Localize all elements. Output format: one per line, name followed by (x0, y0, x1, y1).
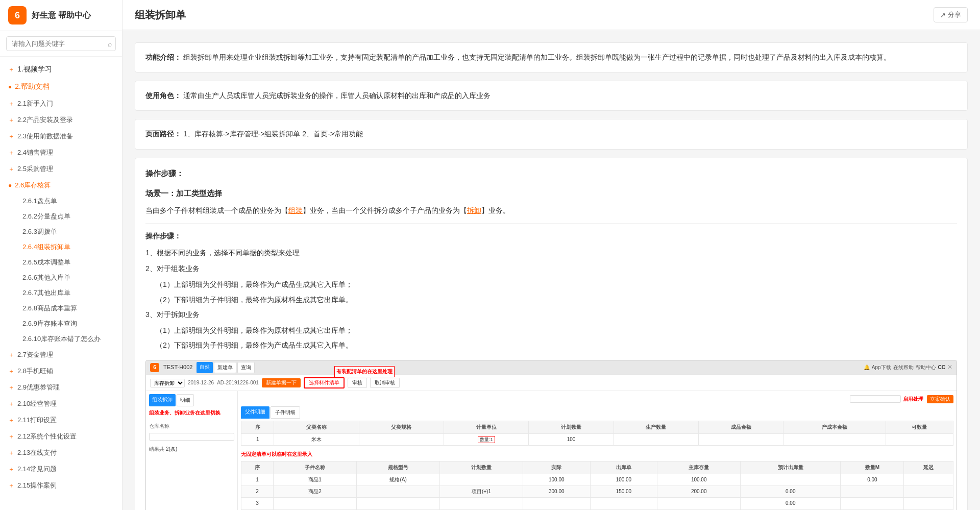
ss-confirm-btn[interactable]: 立案确认 (927, 395, 953, 403)
sidebar-item-assembly[interactable]: 2.6.4组装拆卸单 (0, 239, 122, 255)
td-parent-name: 米木 (274, 434, 359, 446)
intro-box: 功能介绍： 组装拆卸单用来处理企业组装或拆卸等加工业务，支持有固定装配清单的产品… (135, 42, 968, 72)
th-parent-name: 父类名称 (274, 421, 359, 434)
ss-tab-child[interactable]: 子件明细 (271, 406, 300, 419)
ss-bell-icon: 🔔 (864, 363, 870, 372)
sidebar-nav: ＋ 1.视频学习 ● 2.帮助文档 ＋ 2.1新手入门 ＋ 2.2产品安装及登录 (0, 57, 122, 510)
th-c-name: 子件名称 (274, 462, 357, 474)
sidebar-item-stock-error[interactable]: 2.6.10库存账本错了怎么办 (0, 331, 122, 347)
td-cell-8 (841, 486, 904, 498)
intro-label: 功能介绍： (145, 53, 181, 61)
step3-sub2: （2）下部明细为子件明细，最终作为产成品生成其它入库单。 (145, 339, 957, 352)
td-cell-1: 商品2 (274, 486, 357, 498)
search-input[interactable] (6, 36, 116, 51)
ss-nav-tabs: 自然 新建单 查询 (197, 362, 255, 373)
sidebar-sub-help: ＋ 2.1新手入门 ＋ 2.2产品安装及登录 ＋ 2.3使用前数据准备 ＋ 2.… (0, 95, 122, 494)
annotation-bom: 有装配清单的在这里处理 (334, 366, 395, 377)
td-cell-4: 100.00 (523, 474, 590, 486)
td-cell-2: 规格(A) (357, 474, 440, 486)
share-button[interactable]: ↗ 分享 (934, 7, 968, 22)
sidebar-item-print[interactable]: ＋ 2.11打印设置 (0, 412, 122, 428)
th-c-seq: 序 (241, 462, 274, 474)
plus-icon: ＋ (8, 100, 14, 108)
sidebar-item-coupon[interactable]: ＋ 2.9优惠券管理 (0, 379, 122, 396)
step2-sub1: （1）上部明细为父件明细，最终作为产成品生成其它入库单； (145, 278, 957, 291)
sidebar-item-finance[interactable]: ＋ 2.7资金管理 (0, 347, 122, 363)
sidebar-sub-inventory: 2.6.1盘点单 2.6.2分量盘点单 2.6.3调拨单 2.6.4组装拆卸单 … (0, 193, 122, 347)
sidebar-item-transfer[interactable]: 2.6.3调拨单 (0, 224, 122, 239)
ss-enabled-input[interactable] (850, 395, 901, 403)
page-title: 组装拆卸单 (135, 8, 186, 22)
plus-icon: ＋ (8, 432, 14, 441)
sidebar-item-sales[interactable]: ＋ 2.4销售管理 (0, 144, 122, 161)
content-area: 功能介绍： 组装拆卸单用来处理企业组装或拆卸等加工业务，支持有固定装配清单的产品… (122, 30, 980, 510)
ss-type-switch-wrap: 组装拆卸 明细 组装业务、拆卸业务在这里切换 (149, 394, 234, 418)
td-cell-3: 项目(+)1 (440, 486, 523, 498)
ss-tab-home[interactable]: 自然 (197, 362, 213, 373)
td-cost-amt (783, 434, 886, 446)
table-row: 1商品1规格(A)100.00100.00100.000.00 (241, 474, 953, 486)
td-cell-6: 100.00 (657, 474, 741, 486)
sidebar-item-ops[interactable]: ＋ 2.10经营管理 (0, 396, 122, 412)
sidebar-item-install[interactable]: ＋ 2.2产品安装及登录 (0, 112, 122, 128)
sidebar-item-purchase[interactable]: ＋ 2.5采购管理 (0, 161, 122, 177)
td-cell-9 (904, 474, 953, 486)
ss-cancel-btn[interactable]: 取消审核 (370, 378, 400, 388)
ss-doc-type-select[interactable]: 库存拆卸 (150, 379, 185, 387)
ss-close-icon[interactable]: ✕ (947, 362, 952, 373)
sidebar-item-other-out[interactable]: 2.6.7其他出库单 (0, 285, 122, 301)
sidebar-item-cases[interactable]: ＋ 2.15操作案例 (0, 477, 122, 494)
th-c-expect-out: 预计出库量 (741, 462, 841, 474)
td-cell-1: 商品1 (274, 474, 357, 486)
annotation-type-switch: 组装业务、拆卸业务在这里切换 (149, 408, 234, 418)
sidebar-item-stocktake[interactable]: 2.6.1盘点单 (0, 193, 122, 209)
td-cell-0: 1 (241, 474, 274, 486)
th-unit: 计量单位 (444, 421, 529, 434)
sidebar-item-inventory[interactable]: ● 2.6库存核算 (0, 177, 122, 193)
assemble-link[interactable]: 组装 (288, 206, 303, 214)
share-icon: ↗ (940, 11, 946, 19)
ss-warehouse-input[interactable] (149, 433, 234, 441)
plus-icon: ＋ (8, 116, 14, 125)
th-avail-qty: 可数量 (886, 421, 953, 434)
sidebar-item-new-user[interactable]: ＋ 2.1新手入门 (0, 95, 122, 112)
ss-assemble-tab[interactable]: 组装拆卸 (149, 394, 176, 406)
td-cell-6 (657, 498, 741, 509)
plus-icon: ＋ (8, 481, 14, 490)
sidebar-item-partial-stocktake[interactable]: 2.6.2分量盘点单 (0, 209, 122, 224)
sidebar-item-cost-recalc[interactable]: 2.6.8商品成本重算 (0, 301, 122, 316)
sidebar-item-data-prep[interactable]: ＋ 2.3使用前数据准备 (0, 128, 122, 144)
td-cell-2 (357, 486, 440, 498)
ss-bom-btn[interactable]: 选择料件清单 (304, 377, 345, 388)
td-plan-qty: 100 (529, 434, 614, 446)
sidebar-item-payment[interactable]: ＋ 2.13在线支付 (0, 445, 122, 461)
plus-icon: ＋ (8, 449, 14, 457)
sidebar-item-video[interactable]: ＋ 1.视频学习 (0, 61, 122, 78)
table-row: 1 米木 数量:1 100 (241, 434, 953, 446)
sidebar-item-mobile[interactable]: ＋ 2.8手机旺铺 (0, 363, 122, 379)
ss-tab-new[interactable]: 新建单 (214, 362, 236, 373)
plus-icon: ＋ (8, 65, 14, 74)
disassemble-link[interactable]: 拆卸 (467, 206, 481, 214)
ss-left-panel: 组装拆卸 明细 组装业务、拆卸业务在这里切换 仓库名称 结果共 2(条) (146, 391, 238, 510)
ss-detail-tab[interactable]: 明细 (177, 394, 194, 406)
sidebar-item-cost-adjust[interactable]: 2.6.5成本调整单 (0, 255, 122, 270)
ss-approve-btn[interactable]: 审核 (348, 378, 367, 388)
sidebar-item-system[interactable]: ＋ 2.12系统个性化设置 (0, 428, 122, 445)
ss-tab-query[interactable]: 查询 (237, 362, 255, 373)
sidebar-item-stock-query[interactable]: 2.6.9库存账本查询 (0, 316, 122, 331)
sidebar-item-faq[interactable]: ＋ 2.14常见问题 (0, 461, 122, 477)
td-prod-qty (614, 434, 698, 446)
td-cell-5: 150.00 (590, 486, 657, 498)
ss-new-doc-btn[interactable]: 新建单据一下 (262, 378, 301, 387)
ss-warehouse-label: 仓库名称 (149, 422, 234, 431)
main-header: 组装拆卸单 ↗ 分享 (122, 0, 980, 30)
td-cell-8: 0.00 (841, 474, 904, 486)
td-cell-4 (523, 498, 590, 509)
ss-date-label: 2019-12-26 (188, 378, 214, 387)
sidebar-item-help-docs[interactable]: ● 2.帮助文档 (0, 78, 122, 95)
ss-warehouse-row: 仓库名称 (149, 422, 234, 442)
ss-tab-parent[interactable]: 父件明细 (241, 406, 270, 419)
th-c-out: 出库单 (590, 462, 657, 474)
sidebar-item-other-in[interactable]: 2.6.6其他入库单 (0, 270, 122, 285)
